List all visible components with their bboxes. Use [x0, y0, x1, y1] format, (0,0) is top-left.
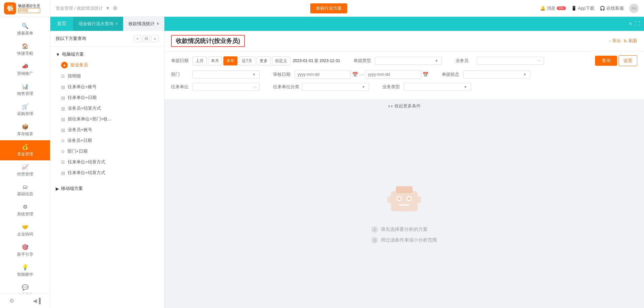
mobile-section-toggle[interactable]: ▶ 移动端方案 — [50, 184, 164, 194]
messages-btn[interactable]: 🔔 消息 99+ — [540, 5, 566, 11]
sidebar-item-search[interactable]: 🔍 搜索菜单 — [0, 19, 50, 40]
online-service-btn[interactable]: 🎧 在线客服 — [600, 5, 624, 11]
sidebar-item-wechat[interactable]: 💬 企业微信 — [0, 281, 50, 293]
scheme-item-salesperson-date-label: 业务员+日期 — [67, 138, 92, 144]
sidebar-collapse-btn[interactable]: ◀▐ — [33, 298, 41, 304]
sidebar-item-inventory[interactable]: 📦 库存核算 — [0, 120, 50, 140]
date-this-year-btn[interactable]: 本年 — [223, 56, 237, 65]
sidebar-item-inventory-label: 库存核算 — [17, 131, 33, 137]
sidebar-item-quicknav[interactable]: 🏠 快捷导航 — [0, 40, 50, 60]
sidebar-item-system[interactable]: ⚙ 系统管理 — [0, 200, 50, 220]
review-date-end-cal-icon[interactable]: 📅 — [423, 72, 428, 77]
sidebar-item-purchase[interactable]: 🛒 采购管理 — [0, 100, 50, 120]
filter-row-3: 往来单位 ··· 往来单位分类 ▼ — [171, 83, 637, 91]
scheme-item-by-salesperson[interactable]: ● 按业务员 — [50, 59, 164, 71]
scheme-add-btn[interactable]: + — [134, 35, 141, 42]
section-arrow-icon: ▼ — [56, 52, 60, 57]
date-this-month-btn[interactable]: 本月 — [208, 56, 222, 65]
empty-step-1: 1 请先选择要分析的方案 — [371, 226, 437, 233]
dept-select[interactable]: ▼ — [193, 70, 260, 79]
scheme-collapse-btn[interactable]: « — [151, 35, 159, 42]
desktop-scheme-section: ▼ 电脑端方案 ● 按业务员 ☰ 按明细 ▤ 往来单位+账号 — [50, 47, 164, 181]
review-date-start-input[interactable] — [294, 70, 351, 79]
desktop-section-label: 电脑端方案 — [62, 51, 84, 57]
date-custom-btn[interactable]: 自定义 — [272, 56, 290, 65]
tab-receivables-close[interactable]: × — [157, 21, 159, 26]
tab-expand-btn[interactable]: ⛶ — [635, 21, 640, 27]
counterpart-select[interactable]: ··· — [193, 83, 260, 91]
tab-home[interactable]: 首页 — [50, 17, 73, 31]
sidebar-item-sales-label: 销售管理 — [17, 91, 33, 97]
filter-setting-btn[interactable]: 设置 — [619, 55, 637, 66]
tab-cash-flow-close[interactable]: × — [115, 21, 118, 26]
date-last-month-btn[interactable]: 上月 — [193, 56, 207, 65]
guide-icon: 🎯 — [22, 244, 29, 250]
sidebar-item-hardware[interactable]: 💡 智能硬件 — [0, 261, 50, 281]
marketing-icon: 📣 — [22, 63, 29, 69]
scheme-item-salesperson-settlement[interactable]: ▥ 业务员+结算方式 — [50, 103, 164, 114]
scheme-item-counterpart-settlement2[interactable]: ▤ 往来单位+结算方式 — [50, 167, 164, 178]
tab-receivables[interactable]: 收款情况统计 × — [123, 17, 164, 31]
scheme-item-by-detail[interactable]: ☰ 按明细 — [50, 71, 164, 82]
date-more-btn[interactable]: 更多 — [257, 56, 271, 65]
empty-state: 1 请先选择要分析的方案 2 用过滤条件来缩小分析范围 — [164, 113, 644, 308]
scheme-item-counterpart-dept-label: 按往来单位+部门+收... — [68, 116, 111, 122]
sidebar-item-basic-info-label: 基础信息 — [17, 191, 33, 197]
export-btn[interactable]: ↑ 导出 — [609, 38, 621, 44]
collapse-more-btn[interactable]: ∧∧ 收起更多条件 — [388, 103, 421, 109]
scheme-actions: + ⚙ « — [134, 35, 159, 42]
date-range-display: 2023-01-01 至 2023-12-31 — [293, 58, 340, 64]
scheme-item-counterpart-settlement1[interactable]: ☰ 往来单位+结算方式 — [50, 157, 164, 167]
svg-rect-6 — [399, 204, 409, 206]
scheme-item-counterpart-account[interactable]: ▤ 往来单位+账号 — [50, 82, 164, 92]
counterpart-settlement2-icon: ▤ — [61, 170, 65, 175]
voucher-status-select[interactable]: ▼ — [463, 70, 530, 79]
gear-icon[interactable]: ⚙ — [113, 5, 117, 11]
dept-filter-item: 部门 ▼ — [171, 70, 260, 79]
sidebar-item-basic-info[interactable]: 🗂 基础信息 — [0, 181, 50, 200]
salesperson-date-icon: ⊙ — [61, 138, 65, 143]
review-date-end-input[interactable] — [365, 70, 421, 79]
page-actions: ↑ 导出 ↻ 刷新 — [609, 38, 638, 44]
scheme-settings-btn[interactable]: ⚙ — [143, 35, 150, 42]
date-7days-btn[interactable]: 近7天 — [239, 56, 255, 65]
scheme-item-counterpart-dept[interactable]: ▤ 按往来单位+部门+收... — [50, 114, 164, 124]
counterpart-label: 往来单位 — [171, 84, 190, 90]
desktop-section-toggle[interactable]: ▼ 电脑端方案 — [50, 49, 164, 59]
business-type-select[interactable]: ▼ — [404, 83, 471, 91]
counterpart-dropdown-icon: ··· — [253, 85, 256, 89]
sidebar-item-operations[interactable]: 📈 经营管理 — [0, 160, 50, 181]
user-avatar[interactable]: Rit — [629, 4, 639, 13]
sidebar-item-sales[interactable]: 📊 销售管理 — [0, 80, 50, 100]
scheme-item-counterpart-date[interactable]: ▤ 往来单位+日期 — [50, 92, 164, 103]
page-area: 按以下方案查询 + ⚙ « ▼ 电脑端方案 ● 按业务员 — [50, 31, 644, 308]
sidebar-item-guide[interactable]: 🎯 新手引导 — [0, 241, 50, 261]
purchase-icon: 🛒 — [22, 103, 29, 110]
salesperson-select[interactable]: ··· — [477, 57, 544, 65]
refresh-btn[interactable]: ↻ 刷新 — [624, 38, 637, 44]
voucher-type-select[interactable]: ▼ — [375, 57, 442, 65]
sidebar-item-guide-label: 新手引导 — [17, 252, 33, 257]
review-date-start-cal-icon[interactable]: 📅 — [352, 72, 358, 77]
tab-cash-flow[interactable]: 现金银行流水查询 × — [73, 17, 123, 31]
mobile-section-arrow-icon: ▶ — [56, 186, 59, 191]
scheme-item-salesperson-date[interactable]: ⊙ 业务员+日期 — [50, 135, 164, 146]
breadcrumb-dropdown-icon[interactable]: ▼ — [106, 6, 110, 11]
scheme-item-dept-date[interactable]: ⊙ 部门+日期 — [50, 146, 164, 157]
review-date-filter-item: 审核日期 📅 — 📅 — [273, 70, 428, 79]
try-industry-btn[interactable]: 体验行业方案 — [310, 3, 347, 13]
empty-illustration — [384, 178, 424, 218]
sidebar-item-collab[interactable]: 🤝 企业协同 — [0, 220, 50, 241]
sidebar-settings-btn[interactable]: ⚙ — [9, 298, 14, 304]
app-download-btn[interactable]: 📱 App下载 — [571, 5, 594, 11]
counterpart-category-select[interactable]: ▼ — [302, 83, 369, 91]
query-btn[interactable]: 查询 — [595, 56, 617, 66]
sidebar-item-finance[interactable]: 💰 资金管理 — [0, 140, 50, 160]
sidebar-item-marketing[interactable]: 📣 营销推广 — [0, 60, 50, 80]
sidebar-nav: 🔍 搜索菜单 🏠 快捷导航 📣 营销推广 📊 销售管理 🛒 采购管理 📦 — [0, 17, 50, 293]
tab-close-all-btn[interactable]: × — [629, 21, 632, 27]
scheme-item-salesperson-account[interactable]: ▤ 业务员+账号 — [50, 124, 164, 135]
header-left: 资金管理 / 收款情况统计 ▼ ⚙ — [56, 5, 117, 11]
svg-point-4 — [398, 197, 400, 200]
tab-bar-right: × ⛶ — [629, 21, 644, 27]
